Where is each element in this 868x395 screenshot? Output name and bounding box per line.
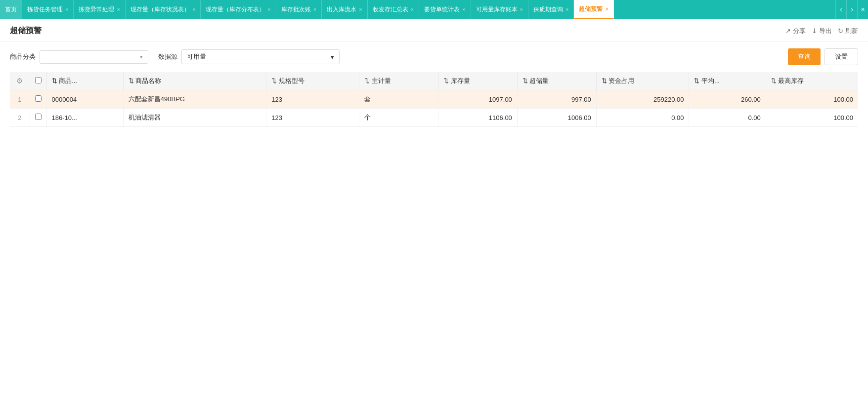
nav-bar: 首页 拣货任务管理 × 拣货异常处理 × 现存量（库存状况表） × 现存量（库存…: [0, 0, 868, 19]
close-icon[interactable]: ×: [65, 6, 68, 12]
nav-item-overstock[interactable]: 超储预警 ×: [574, 0, 613, 19]
refresh-icon: ↻: [838, 27, 843, 35]
nav-item-requisition[interactable]: 要货单统计表 ×: [419, 0, 471, 19]
refresh-button[interactable]: ↻ 刷新: [838, 27, 858, 36]
capital-value: 259220.00: [596, 90, 689, 109]
capital-value: 0.00: [596, 109, 689, 127]
overstock-qty: 997.00: [517, 90, 596, 109]
nav-item-summary[interactable]: 收发存汇总表 ×: [368, 0, 419, 19]
table-header-row: ⚙ ⇅ 商品... ⇅ 商品名称 ⇅ 规格型号: [10, 72, 858, 90]
unit: 个: [359, 109, 438, 127]
share-button[interactable]: ↗ 分享: [785, 27, 806, 36]
column-avg[interactable]: ⇅ 平均...: [689, 72, 766, 90]
close-icon[interactable]: ×: [313, 6, 316, 12]
gear-icon[interactable]: ⚙: [16, 77, 23, 85]
close-icon[interactable]: ×: [117, 6, 120, 12]
category-filter: 商品分类 ▾: [10, 50, 148, 64]
nav-arrows: ‹ › ×: [835, 0, 868, 19]
datasource-select[interactable]: 可用量 ▾: [181, 49, 340, 64]
table-container: ⚙ ⇅ 商品... ⇅ 商品名称 ⇅ 规格型号: [0, 72, 868, 127]
column-product-code[interactable]: ⇅ 商品...: [46, 72, 123, 90]
avg-value: 0.00: [689, 109, 766, 127]
category-select[interactable]: ▾: [40, 50, 148, 64]
product-code: 0000004: [46, 90, 123, 109]
max-stock-value: 100.00: [766, 90, 858, 109]
column-settings[interactable]: ⚙: [10, 72, 30, 90]
row-number: 1: [10, 90, 30, 109]
product-name: 六配套新昌490BPG: [123, 90, 266, 109]
stock-qty: 1106.00: [438, 109, 517, 127]
row-checkbox[interactable]: [35, 114, 42, 120]
spec: 123: [266, 90, 359, 109]
datasource-label: 数据源: [158, 52, 177, 61]
nav-item-exception[interactable]: 拣货异常处理 ×: [74, 0, 125, 19]
export-icon: ⤓: [812, 27, 817, 35]
column-product-name[interactable]: ⇅ 商品名称: [123, 72, 266, 90]
nav-item-expiry[interactable]: 保质期查询 ×: [528, 0, 574, 19]
product-name: 机油滤清器: [123, 109, 266, 127]
product-code: 186-10...: [46, 109, 123, 127]
select-all-checkbox[interactable]: [35, 77, 42, 83]
spec: 123: [266, 109, 359, 127]
page-content: 超储预警 ↗ 分享 ⤓ 导出 ↻ 刷新 商品分类 ▾ 数据源: [0, 19, 868, 395]
chevron-down-icon: ▾: [331, 53, 334, 61]
close-icon[interactable]: ×: [359, 6, 362, 12]
nav-item-task-mgmt[interactable]: 拣货任务管理 ×: [22, 0, 74, 19]
overstock-table: ⚙ ⇅ 商品... ⇅ 商品名称 ⇅ 规格型号: [10, 72, 858, 127]
column-spec[interactable]: ⇅ 规格型号: [266, 72, 359, 90]
row-checkbox-cell[interactable]: [30, 109, 46, 127]
column-unit[interactable]: ⇅ 主计量: [359, 72, 438, 90]
filter-area: 商品分类 ▾ 数据源 可用量 ▾ 查询 设置: [0, 41, 868, 72]
close-icon[interactable]: ×: [192, 6, 195, 12]
avg-value: 260.00: [689, 90, 766, 109]
close-icon[interactable]: ×: [520, 6, 523, 12]
close-icon[interactable]: ×: [267, 6, 270, 12]
column-stock[interactable]: ⇅ 库存量: [438, 72, 517, 90]
chevron-down-icon: ▾: [140, 54, 143, 60]
nav-item-stock-dist[interactable]: 现存量（库存分布表） ×: [201, 0, 276, 19]
column-checkbox[interactable]: [30, 72, 46, 90]
nav-item-stock-status[interactable]: 现存量（库存状况表） ×: [126, 0, 201, 19]
column-overstock[interactable]: ⇅ 超储量: [517, 72, 596, 90]
row-checkbox[interactable]: [35, 95, 42, 102]
datasource-filter: 数据源 可用量 ▾: [158, 49, 340, 64]
nav-item-home[interactable]: 首页: [0, 0, 22, 19]
query-button[interactable]: 查询: [788, 48, 821, 65]
table-row: 1 0000004 六配套新昌490BPG 123 套 1097.00 997.…: [10, 90, 858, 109]
table-row: 2 186-10... 机油滤清器 123 个 1106.00 1006.00 …: [10, 109, 858, 127]
nav-next-button[interactable]: ›: [846, 0, 857, 19]
max-stock-value: 100.00: [766, 109, 858, 127]
stock-qty: 1097.00: [438, 90, 517, 109]
page-title: 超储预警: [10, 26, 42, 36]
category-label: 商品分类: [10, 52, 36, 61]
column-max-stock[interactable]: ⇅ 最高库存: [766, 72, 858, 90]
nav-item-available[interactable]: 可用量库存账本 ×: [471, 0, 528, 19]
nav-prev-button[interactable]: ‹: [835, 0, 846, 19]
nav-close-all-button[interactable]: ×: [857, 0, 868, 19]
overstock-qty: 1006.00: [517, 109, 596, 127]
close-icon[interactable]: ×: [605, 6, 608, 12]
nav-item-batch[interactable]: 库存批次账 ×: [276, 0, 322, 19]
page-header: 超储预警 ↗ 分享 ⤓ 导出 ↻ 刷新: [0, 19, 868, 41]
row-checkbox-cell[interactable]: [30, 90, 46, 109]
share-icon: ↗: [785, 27, 791, 35]
column-capital[interactable]: ⇅ 资金占用: [596, 72, 689, 90]
row-number: 2: [10, 109, 30, 127]
unit: 套: [359, 90, 438, 109]
filter-actions: 查询 设置: [788, 48, 858, 65]
close-icon[interactable]: ×: [565, 6, 568, 12]
close-icon[interactable]: ×: [411, 6, 414, 12]
close-icon[interactable]: ×: [462, 6, 465, 12]
header-actions: ↗ 分享 ⤓ 导出 ↻ 刷新: [785, 27, 858, 36]
settings-button[interactable]: 设置: [825, 48, 858, 65]
export-button[interactable]: ⤓ 导出: [812, 27, 832, 36]
nav-item-flow[interactable]: 出入库流水 ×: [322, 0, 367, 19]
